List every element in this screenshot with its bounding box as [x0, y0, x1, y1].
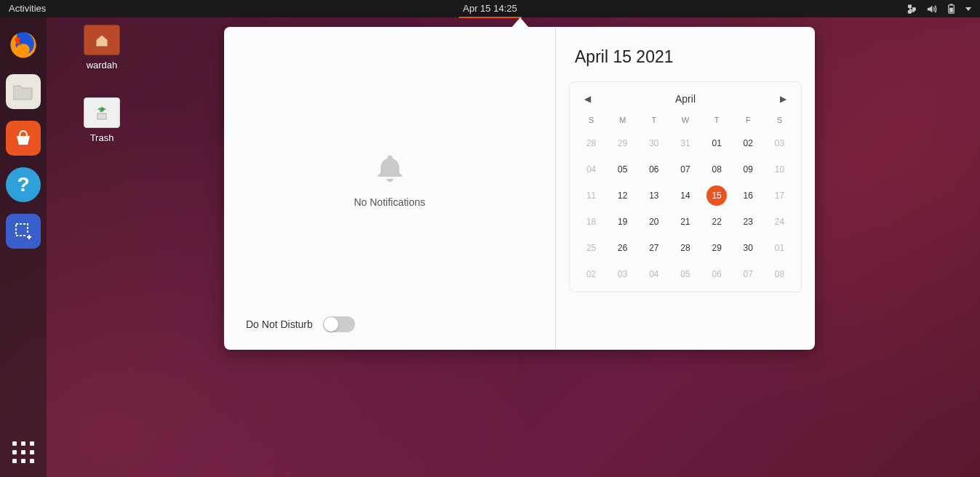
calendar-dow-cell: T — [638, 113, 669, 130]
calendar-day[interactable]: 11 — [575, 183, 607, 209]
calendar-day[interactable]: 04 — [575, 156, 607, 183]
dock-app-firefox[interactable] — [6, 28, 41, 63]
dock-app-screenshot[interactable] — [6, 214, 41, 249]
desktop-icon-label: wardah — [70, 60, 134, 71]
dock: ? — [0, 17, 47, 477]
calendar-day[interactable]: 22 — [701, 209, 733, 235]
svg-rect-8 — [97, 113, 106, 119]
calendar-dow-cell: S — [575, 113, 607, 130]
trash-icon — [84, 97, 120, 128]
calendar-day[interactable]: 06 — [701, 261, 733, 287]
calendar-dow-cell: W — [669, 113, 701, 130]
calendar-day[interactable]: 31 — [669, 130, 701, 156]
calendar-day[interactable]: 10 — [764, 156, 795, 183]
folder-icon — [84, 25, 120, 55]
calendar-day[interactable]: 03 — [764, 130, 795, 156]
calendar-dow-cell: T — [701, 113, 733, 130]
network-icon[interactable] — [907, 4, 917, 15]
dnd-toggle[interactable] — [323, 316, 355, 332]
calendar-full-date: April 15 2021 — [575, 47, 797, 67]
calendar-day[interactable]: 08 — [764, 261, 795, 287]
calendar-day[interactable]: 06 — [638, 156, 669, 183]
notifications-pane: No Notifications Do Not Disturb — [224, 27, 556, 350]
calendar-day[interactable]: 23 — [733, 209, 764, 235]
calendar-day[interactable]: 04 — [638, 261, 669, 287]
svg-rect-7 — [16, 224, 28, 236]
system-tray — [907, 4, 980, 15]
calendar-day[interactable]: 05 — [669, 261, 701, 287]
svg-rect-1 — [912, 7, 915, 10]
calendar-day[interactable]: 30 — [733, 235, 764, 261]
calendar-day[interactable]: 08 — [701, 156, 733, 183]
desktop-icon-trash[interactable]: Trash — [70, 97, 134, 143]
dock-app-help[interactable]: ? — [6, 167, 41, 202]
calendar-card: ◀ April ▶ SMTWTFS 2829303101020304050607… — [569, 81, 802, 292]
popover-arrow — [511, 17, 529, 28]
calendar-dow-cell: F — [733, 113, 764, 130]
calendar-day[interactable]: 20 — [638, 209, 669, 235]
calendar-day[interactable]: 18 — [575, 209, 607, 235]
calendar-day[interactable]: 24 — [764, 209, 795, 235]
dnd-row: Do Not Disturb — [246, 316, 533, 332]
svg-rect-2 — [908, 10, 911, 13]
show-applications-button[interactable] — [6, 435, 41, 470]
clock-label: Apr 15 14:25 — [463, 3, 517, 14]
calendar-day[interactable]: 12 — [607, 183, 638, 209]
calendar-day[interactable]: 25 — [575, 235, 607, 261]
calendar-day[interactable]: 28 — [669, 235, 701, 261]
calendar-dow-row: SMTWTFS — [575, 113, 795, 130]
clock-popover: No Notifications Do Not Disturb April 15… — [224, 17, 815, 350]
calendar-day[interactable]: 14 — [669, 183, 701, 209]
calendar-days-grid: 2829303101020304050607080910111213141516… — [575, 130, 795, 287]
calendar-next-button[interactable]: ▶ — [776, 91, 791, 107]
clock-button[interactable]: Apr 15 14:25 — [458, 0, 521, 18]
calendar-day[interactable]: 27 — [638, 235, 669, 261]
calendar-day[interactable]: 30 — [638, 130, 669, 156]
svg-rect-0 — [908, 4, 911, 7]
calendar-day[interactable]: 01 — [701, 130, 733, 156]
no-notifications-label: No Notifications — [354, 196, 425, 208]
question-icon: ? — [17, 173, 29, 196]
calendar-day[interactable]: 13 — [638, 183, 669, 209]
calendar-day[interactable]: 17 — [764, 183, 795, 209]
calendar-month-label: April — [675, 93, 696, 105]
svg-rect-4 — [950, 4, 953, 5]
desktop-icon-home[interactable]: wardah — [70, 25, 134, 71]
calendar-day[interactable]: 05 — [607, 156, 638, 183]
notifications-empty: No Notifications — [246, 44, 533, 316]
calendar-day[interactable]: 26 — [607, 235, 638, 261]
desktop-icon-label: Trash — [70, 132, 134, 143]
calendar-day[interactable]: 02 — [733, 130, 764, 156]
calendar-day[interactable]: 07 — [669, 156, 701, 183]
dock-app-software[interactable] — [6, 121, 41, 156]
calendar-day[interactable]: 16 — [733, 183, 764, 209]
calendar-day[interactable]: 09 — [733, 156, 764, 183]
activities-button[interactable]: Activities — [0, 0, 55, 17]
svg-rect-5 — [949, 7, 953, 12]
calendar-prev-button[interactable]: ◀ — [580, 91, 595, 107]
calendar-pane: April 15 2021 ◀ April ▶ SMTWTFS 28293031… — [556, 27, 815, 350]
calendar-day-today[interactable]: 15 — [706, 185, 727, 206]
bell-icon — [374, 153, 406, 185]
battery-icon[interactable] — [946, 4, 957, 15]
calendar-day[interactable]: 29 — [701, 235, 733, 261]
calendar-day[interactable]: 07 — [733, 261, 764, 287]
calendar-day[interactable]: 03 — [607, 261, 638, 287]
dnd-label: Do Not Disturb — [246, 318, 313, 330]
calendar-day[interactable]: 21 — [669, 209, 701, 235]
calendar-day[interactable]: 02 — [575, 261, 607, 287]
calendar-dow-cell: S — [764, 113, 795, 130]
calendar-day[interactable]: 19 — [607, 209, 638, 235]
chevron-down-icon[interactable] — [965, 7, 971, 11]
dock-app-files[interactable] — [6, 74, 41, 109]
volume-icon[interactable] — [926, 4, 937, 15]
calendar-day[interactable]: 29 — [607, 130, 638, 156]
calendar-dow-cell: M — [607, 113, 638, 130]
calendar-day[interactable]: 28 — [575, 130, 607, 156]
calendar-day[interactable]: 01 — [764, 235, 795, 261]
top-bar: Activities Apr 15 14:25 — [0, 0, 980, 17]
